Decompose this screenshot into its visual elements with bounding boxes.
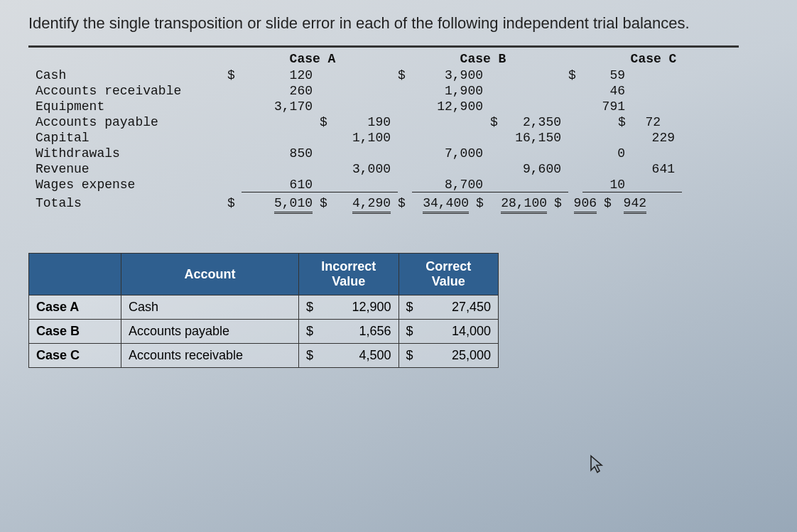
- totals-row: Totals $ 5,010 $ 4,290 $ 34,400 $ 28,100…: [28, 193, 739, 210]
- dollar-sign: $: [227, 196, 242, 210]
- case-b-debit: [412, 162, 490, 176]
- case-a-debit: 850: [242, 146, 320, 161]
- case-c-credit: 229: [632, 131, 682, 145]
- correct-value-cell[interactable]: 27,450: [421, 295, 499, 320]
- table-row: Withdrawals 850 7,000 0: [28, 146, 739, 161]
- case-b-debit: 8,700: [412, 178, 490, 192]
- table-row: Case A Cash $ 12,900 $ 27,450: [29, 295, 499, 320]
- account-label: Accounts receivable: [28, 84, 227, 98]
- account-label: Capital: [28, 131, 227, 145]
- case-c-debit: [582, 131, 632, 145]
- case-a-credit: [320, 84, 398, 98]
- cursor-icon: [590, 455, 605, 479]
- dollar-sign: $: [476, 196, 490, 210]
- case-b-credit: 2,350: [504, 115, 568, 129]
- totals-label: Totals: [28, 196, 227, 210]
- case-c-debit: 10: [582, 178, 632, 192]
- account-header: Account: [121, 254, 299, 295]
- case-a-credit: 1,100: [320, 131, 398, 145]
- case-b-debit: 1,900: [412, 84, 490, 98]
- case-b-credit: [490, 68, 568, 82]
- case-b-debit: [412, 115, 490, 129]
- case-a-header: Case A: [227, 52, 398, 66]
- case-b-credit: [490, 146, 568, 161]
- case-c-credit: [632, 146, 682, 161]
- account-label: Revenue: [28, 162, 227, 176]
- case-a-debit: 3,170: [242, 99, 320, 114]
- table-row: Cash $ 120 $ 3,900 $ 59: [28, 67, 739, 83]
- case-b-credit: 16,150: [490, 131, 568, 145]
- trial-balance-table: Case A Case B Case C Cash $ 120 $ 3,900 …: [28, 45, 739, 210]
- dollar-sign: $: [299, 295, 321, 320]
- case-a-credit: [320, 99, 398, 114]
- case-c-credit-total: 942: [624, 196, 646, 214]
- dollar-sign: $: [227, 68, 242, 82]
- case-b-credit: [490, 178, 568, 192]
- case-a-credit: [320, 178, 398, 192]
- correct-value-header: Correct Value: [398, 254, 499, 295]
- case-b-debit: 12,900: [412, 99, 490, 114]
- dollar-sign: $: [320, 115, 334, 129]
- dollar-sign: $: [398, 68, 412, 82]
- case-c-header: Case C: [568, 52, 739, 66]
- table-row: Case B Accounts payable $ 1,656 $ 14,000: [29, 320, 499, 344]
- answer-table: Account Incorrect Value Correct Value Ca…: [28, 253, 499, 368]
- case-header: [29, 254, 121, 295]
- dollar-sign: $: [554, 196, 568, 210]
- case-b-credit: [490, 99, 568, 114]
- case-c-debit-total: 906: [574, 196, 597, 214]
- account-label: Wages expense: [28, 178, 227, 192]
- dollar-sign: $: [398, 320, 421, 344]
- case-b-credit-total: 28,100: [501, 196, 547, 214]
- case-c-debit: 59: [582, 68, 632, 82]
- case-a-debit: [242, 162, 320, 176]
- account-cell[interactable]: Accounts payable: [121, 320, 299, 344]
- case-cell: Case A: [29, 295, 121, 320]
- case-a-credit: 190: [334, 115, 398, 129]
- table-row: Case C Accounts receivable $ 4,500 $ 25,…: [29, 344, 499, 368]
- dollar-sign: $: [604, 196, 618, 210]
- dollar-sign: $: [320, 196, 334, 210]
- incorrect-value-cell[interactable]: 1,656: [320, 320, 398, 344]
- dollar-sign: $: [398, 344, 421, 368]
- dollar-sign: $: [299, 320, 321, 344]
- table-row: Equipment 3,170 12,900 791: [28, 99, 739, 114]
- correct-value-cell[interactable]: 14,000: [421, 320, 499, 344]
- case-a-credit: [320, 68, 398, 82]
- dollar-sign: $: [568, 68, 582, 82]
- question-text: Identify the single transposition or sli…: [28, 14, 769, 33]
- correct-value-cell[interactable]: 25,000: [421, 344, 499, 368]
- incorrect-value-cell[interactable]: 4,500: [320, 344, 398, 368]
- incorrect-value-header: Incorrect Value: [299, 254, 399, 295]
- case-b-credit: [490, 84, 568, 98]
- case-a-debit: 120: [242, 68, 320, 82]
- dollar-sign: $: [398, 295, 421, 320]
- case-b-debit: 7,000: [412, 146, 490, 161]
- dollar-sign: $: [398, 196, 412, 210]
- account-label: Withdrawals: [28, 146, 227, 161]
- case-b-debit-total: 34,400: [423, 196, 469, 214]
- table-row: Accounts payable $ 190 $ 2,350 $ 72: [28, 114, 739, 130]
- table-row: Accounts receivable 260 1,900 46: [28, 83, 739, 99]
- account-cell[interactable]: Accounts receivable: [121, 344, 299, 368]
- case-a-credit-total: 4,290: [352, 196, 391, 214]
- table-row: Revenue 3,000 9,600 641: [28, 161, 739, 177]
- case-a-credit: 3,000: [320, 162, 398, 176]
- case-cell: Case B: [29, 320, 121, 344]
- case-c-debit: [568, 115, 618, 129]
- account-label: Cash: [28, 68, 227, 82]
- incorrect-value-cell[interactable]: 12,900: [320, 295, 398, 320]
- account-cell[interactable]: Cash: [121, 295, 299, 320]
- case-c-credit: [632, 99, 682, 114]
- case-c-debit: 791: [582, 99, 632, 114]
- case-b-header: Case B: [398, 52, 568, 66]
- case-b-credit: 9,600: [490, 162, 568, 176]
- case-b-debit: 3,900: [412, 68, 490, 82]
- case-c-credit: 72: [632, 115, 668, 129]
- dollar-sign: $: [490, 115, 504, 129]
- case-a-credit: [320, 146, 398, 161]
- table-row: Capital 1,100 16,150 229: [28, 130, 739, 146]
- case-c-credit: [632, 84, 682, 98]
- case-a-debit: 610: [242, 178, 320, 192]
- table-row: Wages expense 610 8,700 10: [28, 177, 739, 193]
